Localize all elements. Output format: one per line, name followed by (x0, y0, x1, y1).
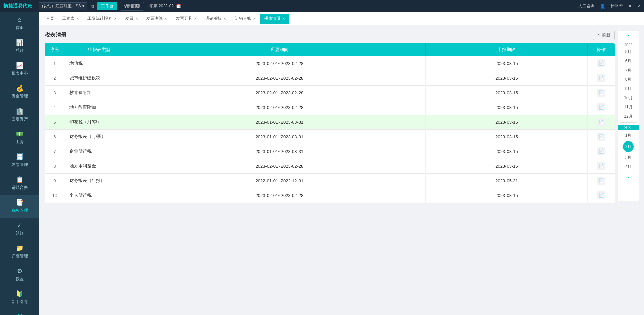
col-header-no: 序号 (45, 43, 65, 56)
timeline-up-button[interactable]: ⌃ (625, 33, 632, 42)
tab-close-tax-clearance[interactable]: × (283, 17, 285, 21)
sidebar-item-fixed-assets[interactable]: 🏢 固定资产 (0, 103, 39, 126)
tab-payroll-table[interactable]: 工资表 × (58, 14, 83, 24)
tax-icon: 📑 (16, 199, 23, 206)
ai-consult[interactable]: 人工咨询 (578, 3, 595, 9)
invoice-icon: 🧾 (16, 153, 23, 161)
month-12[interactable]: 12月 (618, 112, 639, 121)
work-bench-button[interactable]: 工作台 (97, 2, 117, 10)
tab-close-payroll-stats[interactable]: × (114, 17, 116, 21)
sidebar-item-home[interactable]: ⌂ 首页 (0, 12, 39, 35)
row-action-icon[interactable]: 📄 (597, 59, 605, 68)
sidebar-item-purchase-sales[interactable]: 📋 进销台账 (0, 172, 39, 195)
purchase-icon: 📋 (16, 176, 23, 183)
tab-invoice-open[interactable]: 发票开具 × (172, 14, 200, 24)
copy-icon: ⧉ (91, 3, 94, 9)
sidebar-label-general-ledger: 总账 (16, 48, 24, 54)
cell-deadline: 2023-03-15 (426, 144, 587, 159)
month-2023-3[interactable]: 3月 (618, 153, 639, 162)
cell-type: 财务报表（年报） (65, 174, 133, 188)
cell-period: 2023-01-01~2023-03-31 (133, 144, 426, 159)
table-row: 3教育费附加2023-02-01~2023-02-282023-03-15📄 (45, 86, 615, 100)
row-action-icon[interactable]: 📄 (597, 177, 605, 185)
row-action-icon[interactable]: 📄 (597, 103, 605, 111)
refresh-icon: ↻ (597, 33, 601, 38)
sidebar-item-invoice-mgmt[interactable]: 🧾 发票管理 (0, 149, 39, 172)
row-action-icon[interactable]: 📄 (597, 162, 605, 170)
refresh-button[interactable]: ↻ 刷新 (593, 31, 615, 40)
row-action-icon[interactable]: 📄 (597, 133, 605, 141)
sidebar-item-payroll[interactable]: 💵 工资 (0, 126, 39, 149)
sidebar-label-fixed-assets: 固定资产 (12, 116, 28, 122)
archive-icon: 📁 (16, 244, 23, 252)
row-action-icon[interactable]: 📄 (597, 89, 605, 97)
cell-period: 2023-02-01~2023-02-28 (133, 56, 426, 71)
table-row: 6财务报表（月/季）2023-01-01~2023-03-312023-03-1… (45, 130, 615, 144)
cell-action: 📄 (587, 174, 615, 188)
cell-period: 2023-02-01~2023-02-28 (133, 188, 426, 203)
month-11[interactable]: 11月 (618, 103, 639, 112)
tab-close-payroll-table[interactable]: × (77, 17, 79, 21)
cell-action: 📄 (587, 115, 615, 130)
cell-no: 9 (45, 174, 65, 188)
month-10[interactable]: 10月 (618, 93, 639, 103)
tab-purchase-review[interactable]: 进销稽核 × (201, 14, 230, 24)
tab-tax-clearance[interactable]: 税表清册 × (260, 14, 289, 24)
cell-deadline: 2023-03-15 (426, 130, 587, 144)
sidebar-item-reconcile[interactable]: ✓ 结账 (0, 217, 39, 240)
year-2022-label: 2022 (623, 42, 634, 47)
payroll-icon: 💵 (16, 130, 23, 138)
sidebar-item-archive-mgmt[interactable]: 📁 归档管理 (0, 240, 39, 263)
month-8[interactable]: 8月 (618, 75, 639, 84)
page-header: 税表清册 ↻ 刷新 (45, 31, 615, 40)
tab-invoice[interactable]: 发票 × (121, 14, 142, 24)
row-action-icon[interactable]: 📄 (597, 147, 605, 155)
tab-invoice-calc[interactable]: 发票测算 × (142, 14, 171, 24)
cell-no: 1 (45, 56, 65, 71)
tab-close-invoice-calc[interactable]: × (165, 17, 167, 21)
month-2023-1[interactable]: 1月 (618, 131, 639, 140)
maximize-icon[interactable]: ⤢ (637, 4, 641, 9)
sidebar-item-general-ledger[interactable]: 📊 总账 (0, 35, 39, 58)
reconcile-icon: ✓ (17, 222, 22, 229)
sidebar-label-invoice-mgmt: 发票管理 (12, 162, 28, 168)
cell-no: 5 (45, 115, 65, 130)
col-header-type: 申报表类型 (65, 43, 133, 56)
month-5[interactable]: 5月 (618, 47, 639, 57)
cell-action: 📄 (587, 71, 615, 86)
tab-close-invoice[interactable]: × (135, 17, 138, 21)
year-2023-label: 2023 (618, 125, 639, 130)
month-2023-2[interactable]: 2月 (623, 141, 634, 152)
tab-close-invoice-open[interactable]: × (194, 17, 196, 21)
row-action-icon[interactable]: 📄 (597, 74, 605, 82)
sidebar-item-new-guide[interactable]: 🔰 新手引导 (0, 286, 39, 309)
tab-close-purchase-review[interactable]: × (224, 17, 226, 21)
tab-close-purchase-ledger[interactable]: × (253, 17, 255, 21)
cell-period: 2023-01-01~2023-03-31 (133, 115, 426, 130)
month-9[interactable]: 9月 (618, 84, 639, 93)
main-panel: 税表清册 ↻ 刷新 序号 申报表类型 所属期间 申报期限 操作 (45, 31, 615, 310)
row-action-icon[interactable]: 📄 (597, 191, 605, 199)
month-6[interactable]: 6月 (618, 57, 639, 66)
cell-period: 2023-01-01~2023-03-31 (133, 130, 426, 144)
cell-deadline: 2023-03-15 (426, 115, 587, 130)
month-2023-4[interactable]: 4月 (618, 162, 639, 171)
sidebar-item-report-center[interactable]: 📈 报表中心 (0, 58, 39, 80)
company-select[interactable]: (勿动）江西服宝-LSS ▾ (39, 2, 87, 10)
sidebar-item-tax-mgmt[interactable]: 📑 税务管理 (0, 195, 39, 217)
tab-payroll-stats[interactable]: 工资统计报表 × (83, 14, 120, 24)
sidebar-item-vip[interactable]: V 畅会员 (0, 309, 39, 315)
tab-home[interactable]: 首页 (43, 14, 58, 24)
table-row: 9财务报表（年报）2022-01-01~2022-12-312023-05-31… (45, 174, 615, 188)
row-action-icon[interactable]: 📄 (597, 118, 605, 126)
timeline-down-button[interactable]: ⌄ (625, 171, 632, 181)
month-7[interactable]: 7月 (618, 66, 639, 75)
sidebar-item-fund-mgmt[interactable]: 💰 资金管理 (0, 80, 39, 103)
sidebar-item-settings[interactable]: ⚙ 设置 (0, 263, 39, 286)
tab-purchase-ledger[interactable]: 进销台账 × (231, 14, 259, 24)
old-view-button[interactable]: 切到旧版 (120, 2, 144, 11)
close-icon[interactable]: ✕ (628, 4, 632, 9)
cell-no: 7 (45, 144, 65, 159)
cell-no: 4 (45, 100, 65, 115)
cell-deadline: 2023-03-15 (426, 159, 587, 174)
